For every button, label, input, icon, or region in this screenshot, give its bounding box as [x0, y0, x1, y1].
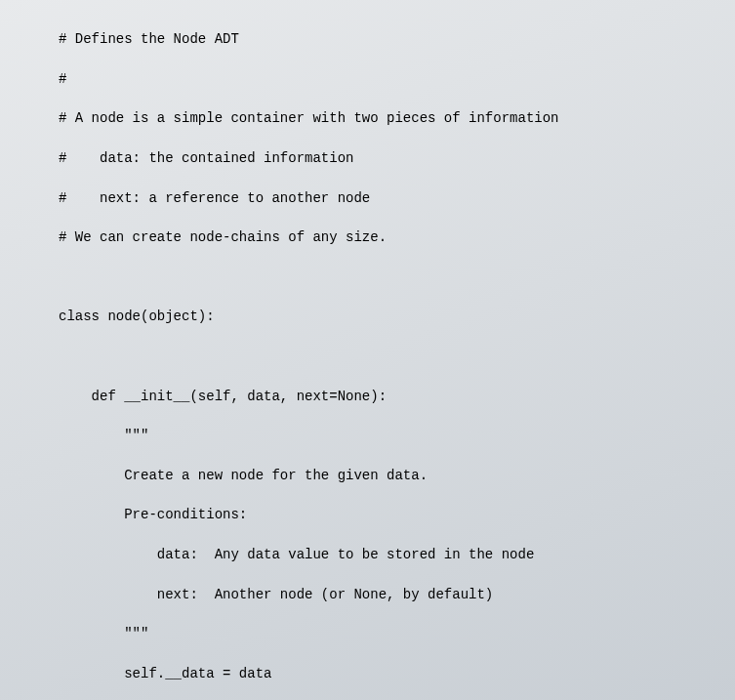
code-line: Create a new node for the given data. — [59, 466, 735, 485]
code-line — [59, 347, 735, 366]
code-line: """ — [59, 624, 735, 643]
code-line: def __init__(self, data, next=None): — [59, 387, 735, 406]
code-line — [59, 268, 735, 287]
code-line: class node(object): — [59, 307, 735, 326]
code-line: # Defines the Node ADT — [59, 29, 735, 49]
code-line: # A node is a simple container with two … — [59, 108, 735, 128]
code-line: data: Any data value to be stored in the… — [59, 545, 735, 564]
code-line: # We can create node-chains of any size. — [59, 227, 735, 247]
code-line: Pre-conditions: — [59, 505, 735, 524]
code-line: next: Another node (or None, by default) — [59, 585, 735, 604]
code-block: # Defines the Node ADT # # A node is a s… — [0, 0, 735, 700]
code-line: # next: a reference to another node — [59, 188, 735, 208]
code-line: # data: the contained information — [59, 148, 735, 168]
code-line: """ — [59, 426, 735, 445]
code-line: self.__data = data — [59, 664, 735, 683]
code-line: # — [59, 69, 735, 89]
